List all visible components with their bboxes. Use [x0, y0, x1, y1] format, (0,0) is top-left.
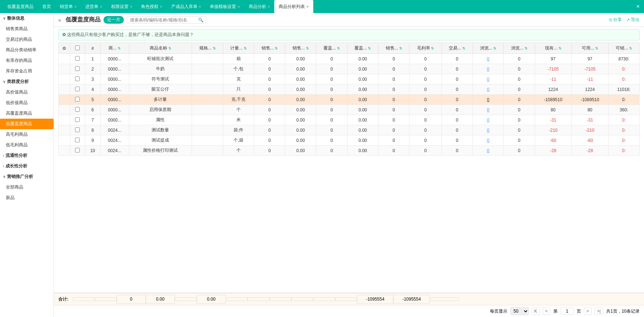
share-button[interactable]: ⎘ 分享: [609, 17, 622, 23]
tab-close-3[interactable]: ×: [130, 4, 132, 9]
col-header-gross_rate[interactable]: 毛利率 ⇅: [409, 43, 441, 54]
tab-close-8[interactable]: ×: [306, 4, 309, 9]
sidebar-section-2[interactable]: ›流通性分析: [0, 150, 54, 161]
sidebar-item-0-2[interactable]: 商品分类动销率: [0, 45, 54, 55]
sidebar-item-1-1[interactable]: 低价值商品: [0, 98, 54, 108]
sort-arrow-spec: ⇅: [212, 46, 216, 50]
col-header-sales2[interactable]: 销售... ⇅: [378, 43, 409, 54]
col-header-cover2[interactable]: 覆盖... ⇅: [347, 43, 378, 54]
sidebar-item-1-3[interactable]: 低覆盖度商品: [0, 119, 54, 129]
sidebar-item-4-1[interactable]: 新品: [0, 193, 54, 203]
tab-label-1: 销货单: [60, 4, 73, 10]
cell-sales_amt-row-4: 0.00: [285, 95, 316, 105]
col-header-no: #: [85, 43, 100, 54]
col-header-saleable[interactable]: 可销... ⇅: [608, 43, 639, 54]
tab-3[interactable]: 权限设置×: [107, 0, 137, 13]
export-button[interactable]: ↗ 导出: [626, 17, 640, 23]
tab-0[interactable]: 首页: [38, 0, 55, 13]
search-input[interactable]: [130, 17, 197, 23]
tab-close-7[interactable]: ×: [268, 4, 270, 9]
cell-settings-row-4: [59, 95, 70, 105]
sidebar-section-4[interactable]: ∨营销推广分析: [0, 171, 54, 182]
sidebar-item-0-1[interactable]: 交易过的商品: [0, 34, 54, 45]
sidebar-item-0-0[interactable]: 销售类商品: [0, 24, 54, 34]
col-header-checkbox: [70, 43, 85, 54]
sort-arrow-cover1: ⇅: [336, 46, 340, 50]
tab-1[interactable]: 销货单×: [55, 0, 81, 13]
row-checkbox-0[interactable]: [75, 56, 80, 61]
cell-cover1-row-1: 0: [316, 64, 347, 74]
sidebar-item-label-0-2: 商品分类动销率: [6, 47, 36, 52]
col-header-trade[interactable]: 交易... ⇅: [441, 43, 472, 54]
col-label-sales2: 销售...: [386, 45, 398, 51]
sidebar-item-1-2[interactable]: 高覆盖度商品: [0, 108, 54, 119]
cell-sales_qty-row-3: 0: [254, 84, 285, 95]
col-header-available[interactable]: 可用... ⇅: [572, 43, 608, 54]
row-checkbox-9[interactable]: [75, 148, 80, 152]
sidebar-item-1-4[interactable]: 高毛利商品: [0, 129, 54, 140]
col-header-current[interactable]: 现有... ⇅: [535, 43, 572, 54]
tab-close-2[interactable]: ×: [100, 4, 102, 9]
prev-page-button[interactable]: <: [543, 308, 550, 315]
col-header-browse2[interactable]: 浏览... ⇅: [504, 43, 535, 54]
col-header-name[interactable]: 商品名称 ⇅: [129, 43, 192, 54]
tab-5[interactable]: 产成品入库单×: [167, 0, 205, 13]
sidebar-section-1[interactable]: ∨类群度分析: [0, 76, 54, 87]
search-box: 🔍: [127, 16, 207, 24]
col-header-unit[interactable]: 计量... ⇅: [223, 43, 254, 54]
col-header-code[interactable]: 商... ⇅: [100, 43, 129, 54]
sidebar-section-0[interactable]: ∨整体信息: [0, 13, 54, 24]
tab-4[interactable]: 角色授权×: [137, 0, 166, 13]
sidebar-item-0-4[interactable]: 库存资金占用: [0, 66, 54, 76]
row-checkbox-7[interactable]: [75, 127, 80, 132]
tab-8[interactable]: 商品分析列表×: [274, 0, 313, 13]
col-header-browse1[interactable]: 浏览... ⇅: [472, 43, 503, 54]
col-header-sales_qty[interactable]: 销售... ⇅: [254, 43, 285, 54]
sidebar-item-1-5[interactable]: 低毛利商品: [0, 140, 54, 150]
tab-6[interactable]: 单据模板设置×: [205, 0, 244, 13]
last-page-button[interactable]: >|: [594, 308, 603, 315]
per-page-select[interactable]: 50 20 100: [510, 307, 529, 315]
tab-close-1[interactable]: ×: [74, 4, 76, 9]
window-close-icon[interactable]: ×: [636, 3, 640, 10]
select-all-checkbox[interactable]: [75, 45, 80, 50]
collapse-sidebar-button[interactable]: «: [58, 17, 61, 23]
col-header-sales_amt[interactable]: 销售... ⇅: [285, 43, 316, 54]
period-button[interactable]: 近一月: [103, 16, 124, 24]
tab-close-6[interactable]: ×: [237, 4, 240, 9]
row-checkbox-2[interactable]: [75, 76, 80, 81]
sidebar-item-0-3[interactable]: 有库存的商品: [0, 55, 54, 66]
row-checkbox-4[interactable]: [75, 97, 80, 102]
tab-close-4[interactable]: ×: [160, 4, 162, 9]
tab-2[interactable]: 进货单×: [81, 0, 106, 13]
search-icon[interactable]: 🔍: [198, 17, 204, 23]
tab-7[interactable]: 商品分析×: [244, 0, 274, 13]
row-checkbox-1[interactable]: [75, 66, 80, 71]
col-header-spec[interactable]: 规格... ⇅: [192, 43, 223, 54]
cell-no-row-5: 6: [85, 105, 100, 115]
row-checkbox-6[interactable]: [75, 117, 80, 122]
sort-arrow-name: ⇅: [167, 46, 171, 50]
sidebar-section-3[interactable]: ›成长性分析: [0, 161, 54, 171]
tab-home[interactable]: 低覆盖度商品: [3, 0, 38, 13]
cell-name-row-2: 符号测试: [129, 74, 192, 84]
cell-saleable-row-0: 8730:: [608, 54, 639, 64]
first-page-button[interactable]: K: [532, 308, 540, 315]
col-header-cover1[interactable]: 覆盖... ⇅: [316, 43, 347, 54]
tab-close-5[interactable]: ×: [199, 4, 201, 9]
data-table-container: ⚙#商... ⇅商品名称 ⇅规格... ⇅计量... ⇅销售... ⇅销售...…: [54, 43, 644, 293]
sidebar-item-1-0[interactable]: 高价值商品: [0, 87, 54, 98]
share-icon: ⎘: [609, 17, 612, 23]
sidebar-item-label-1-0: 高价值商品: [6, 90, 28, 95]
row-checkbox-5[interactable]: [75, 107, 80, 112]
page-number-input[interactable]: [561, 308, 574, 315]
cell-saleable-row-4: 0:: [608, 95, 639, 105]
cell-cover2-row-0: 0.00: [347, 54, 378, 64]
row-checkbox-3[interactable]: [75, 87, 80, 91]
next-page-button[interactable]: >: [584, 308, 592, 315]
row-checkbox-8[interactable]: [75, 138, 80, 142]
cell-current-row-8: -60: [535, 135, 572, 146]
settings-icon[interactable]: ⚙: [62, 46, 66, 51]
tab-label-4: 角色授权: [141, 4, 158, 10]
sidebar-item-4-0[interactable]: 全部商品: [0, 182, 54, 193]
